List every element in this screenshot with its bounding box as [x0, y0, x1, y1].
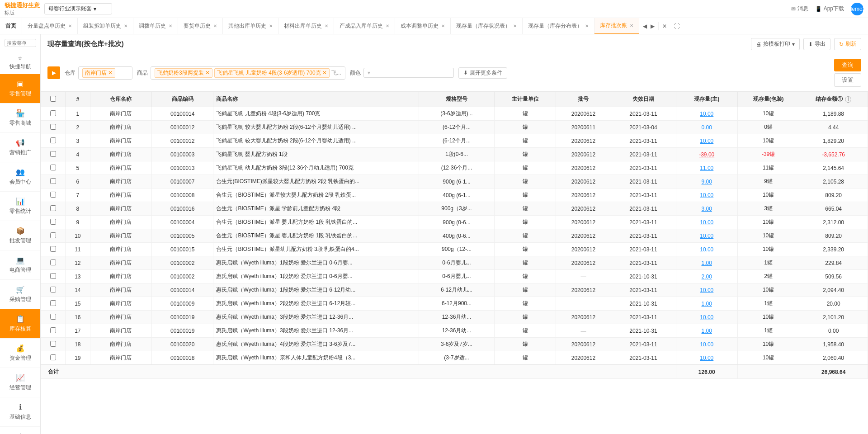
tab-3[interactable]: 要货单历史 ✕ [178, 18, 223, 34]
row-checkbox[interactable] [41, 229, 66, 243]
row-stock-main[interactable]: -39.00 [676, 148, 737, 161]
query-btn[interactable]: 查询 [834, 59, 861, 71]
remove-product-tag-1[interactable]: ✕ [322, 70, 327, 76]
row-checkbox[interactable] [41, 324, 66, 338]
sidebar-item-mall[interactable]: 🏪 零售商城 [0, 104, 40, 133]
close-tab-7[interactable]: ✕ [441, 24, 445, 28]
nav-prev[interactable]: ◀ [641, 22, 649, 30]
row-stock-main[interactable]: 1.00 [676, 256, 737, 270]
row-stock-main[interactable]: 0.00 [676, 121, 737, 134]
close-tab-10[interactable]: ✕ [630, 23, 633, 28]
row-stock-main[interactable]: 1.00 [676, 297, 737, 311]
row-stock-main[interactable]: 10.00 [676, 351, 737, 365]
sidebar-item-inventory[interactable]: 📋 库存核算 [0, 309, 40, 339]
sidebar-item-basic[interactable]: ℹ 基础信息 [0, 397, 40, 427]
remove-product-tag-0[interactable]: ✕ [205, 70, 210, 76]
tab-1[interactable]: 组装拆卸单历史 ✕ [78, 18, 133, 34]
settings-btn[interactable]: 设置 [834, 73, 861, 87]
row-stock-main[interactable]: 10.00 [676, 311, 737, 324]
row-stock-main[interactable]: 10.00 [676, 229, 737, 243]
table-wrapper[interactable]: # 仓库名称 商品编码 商品名称 规格型号 主计量单位 批号 失效日期 现存量(… [41, 92, 868, 434]
row-stock-main[interactable]: 9.00 [676, 175, 737, 189]
close-tab-0[interactable]: ✕ [68, 24, 72, 28]
app-download-btn[interactable]: 📱 App下载 [815, 5, 844, 13]
row-checkbox[interactable] [41, 256, 66, 270]
row-stock-main[interactable]: 1.00 [676, 324, 737, 338]
row-checkbox[interactable] [41, 297, 66, 311]
product-more-dots[interactable]: 飞... [331, 69, 341, 77]
filter-expand-btn[interactable]: ▶ [47, 66, 60, 79]
refresh-btn[interactable]: ↻ 刷新 [834, 38, 861, 50]
row-checkbox[interactable] [41, 134, 66, 148]
row-stock-main[interactable]: 3.00 [676, 202, 737, 216]
tab-home[interactable]: 首页 [0, 18, 22, 34]
sidebar-item-wholesale[interactable]: 📦 批发管理 [0, 221, 40, 250]
row-stock-main[interactable]: 10.00 [676, 107, 737, 121]
expand-more-btn[interactable]: ⬇ 展开更多条件 [458, 67, 507, 79]
template-print-btn[interactable]: 🖨 按模板打印 ▾ [751, 38, 800, 50]
row-checkbox[interactable] [41, 216, 66, 229]
search-input[interactable] [5, 39, 36, 47]
tab-0[interactable]: 分量盘点单历史 ✕ [22, 18, 78, 34]
row-checkbox[interactable] [41, 283, 66, 297]
close-all-tabs[interactable]: ✕ [659, 23, 670, 29]
color-tag-group[interactable]: ▾ [363, 68, 454, 78]
row-checkbox[interactable] [41, 243, 66, 256]
tab-2[interactable]: 调拨单历史 ✕ [133, 18, 178, 34]
user-avatar[interactable]: demo2 [851, 3, 863, 15]
balance-info-icon[interactable]: i [845, 96, 851, 103]
row-checkbox[interactable] [41, 161, 66, 175]
store-selector[interactable]: 母婴行业演示账套 ▾ [44, 3, 112, 14]
tab-6[interactable]: 产成品入库单历史 ✕ [334, 18, 395, 34]
sidebar-item-purchase[interactable]: 🛒 采购管理 [0, 280, 40, 309]
message-btn[interactable]: ✉ 消息 [791, 5, 808, 13]
close-tab-9[interactable]: ✕ [585, 24, 589, 28]
nav-next[interactable]: ▶ [649, 22, 656, 30]
sidebar-item-stats[interactable]: 📊 零售统计 [0, 192, 40, 221]
row-checkbox[interactable] [41, 121, 66, 134]
col-checkbox[interactable] [41, 92, 66, 107]
sidebar-item-marketing[interactable]: 📢 营销推广 [0, 133, 40, 162]
row-stock-main[interactable]: 11.00 [676, 161, 737, 175]
row-stock-main[interactable]: 10.00 [676, 338, 737, 351]
export-btn[interactable]: ⬇ 导出 [803, 38, 830, 50]
row-checkbox[interactable] [41, 270, 66, 283]
sidebar-item-system[interactable]: ⚙ 系统管理 [0, 427, 40, 434]
sidebar-item-ecommerce[interactable]: 💻 电商管理 [0, 250, 40, 280]
product-tag-group[interactable]: 飞鹤奶粉3段两提装 ✕ 飞鹤星飞帆 儿童奶粉 4段(3-6岁适用) 700克 ✕… [151, 66, 345, 80]
row-checkbox[interactable] [41, 175, 66, 189]
close-tab-3[interactable]: ✕ [213, 24, 217, 28]
close-tab-5[interactable]: ✕ [325, 24, 328, 28]
warehouse-tag-group[interactable]: 南岸门店 ✕ [78, 66, 132, 80]
select-all-checkbox[interactable] [50, 96, 56, 102]
sidebar-item-operations[interactable]: 📈 经营管理 [0, 368, 40, 397]
close-tab-2[interactable]: ✕ [169, 24, 172, 28]
row-checkbox[interactable] [41, 351, 66, 365]
row-checkbox[interactable] [41, 189, 66, 202]
row-stock-main[interactable]: 10.00 [676, 283, 737, 297]
tab-10[interactable]: 库存批次账 ✕ [594, 18, 639, 34]
row-stock-main[interactable]: 10.00 [676, 216, 737, 229]
close-tab-1[interactable]: ✕ [124, 24, 127, 28]
row-checkbox[interactable] [41, 338, 66, 351]
row-checkbox[interactable] [41, 148, 66, 161]
row-checkbox[interactable] [41, 107, 66, 121]
sidebar-item-retail[interactable]: ▣ 零售管理 [0, 74, 40, 104]
row-stock-main[interactable]: 10.00 [676, 134, 737, 148]
close-tab-8[interactable]: ✕ [513, 24, 517, 28]
row-checkbox[interactable] [41, 311, 66, 324]
close-tab-4[interactable]: ✕ [269, 24, 273, 28]
tab-7[interactable]: 成本调整单历史 ✕ [395, 18, 451, 34]
tab-9[interactable]: 现存量（库存分布表） ✕ [523, 18, 594, 34]
row-checkbox[interactable] [41, 202, 66, 216]
remove-warehouse-tag[interactable]: ✕ [108, 70, 113, 76]
tab-8[interactable]: 现存量（库存状况表） ✕ [451, 18, 523, 34]
sidebar-item-member[interactable]: 👥 会员中心 [0, 162, 40, 192]
close-tab-6[interactable]: ✕ [386, 24, 389, 28]
row-stock-main[interactable]: 2.00 [676, 270, 737, 283]
sidebar-nav[interactable]: ☆ 快捷导航 [0, 52, 40, 74]
sidebar-item-finance[interactable]: 💰 资金管理 [0, 339, 40, 368]
tab-5[interactable]: 材料出库单历史 ✕ [278, 18, 334, 34]
tab-4[interactable]: 其他出库单历史 ✕ [223, 18, 278, 34]
row-stock-main[interactable]: 10.00 [676, 243, 737, 256]
